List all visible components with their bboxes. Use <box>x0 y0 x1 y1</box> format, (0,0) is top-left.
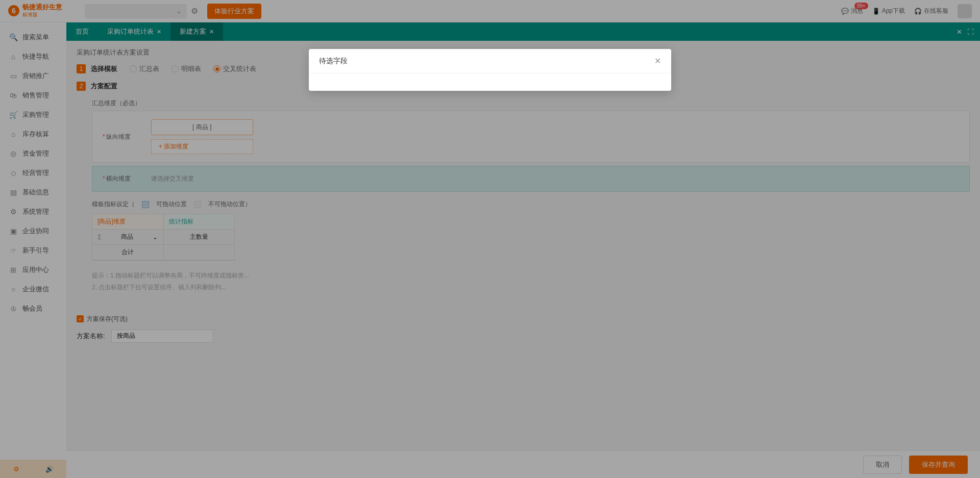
modal-title: 待选字段 <box>319 57 348 66</box>
modal-close-icon[interactable]: ✕ <box>654 56 661 66</box>
field-selector-modal: 待选字段 ✕ <box>309 49 671 91</box>
modal-overlay[interactable]: 待选字段 ✕ <box>0 0 980 478</box>
